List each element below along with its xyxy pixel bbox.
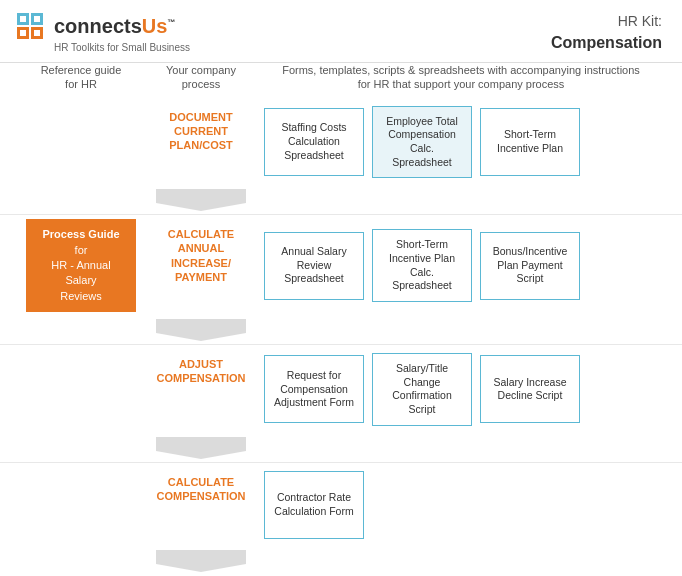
process-col-3: ADJUSTCOMPENSATION [146,345,256,434]
section-calc-annual: Process Guide forHR - Annual SalaryRevie… [0,214,682,316]
process-label-4: CALCULATECOMPENSATION [152,463,249,512]
form-contractor-rate[interactable]: Contractor RateCalculation Form [264,471,364,539]
divider-1 [0,186,682,214]
logo-tm: ™ [167,18,175,27]
divider-arrow-3 [146,437,256,459]
svg-rect-5 [34,16,40,22]
forms-col-3: Request forCompensationAdjustment Form S… [256,345,666,434]
svg-marker-11 [156,550,246,572]
col-label-process: Your companyprocess [146,63,256,92]
main-content: Reference guidefor HR Your companyproces… [0,63,682,575]
process-col-4: CALCULATECOMPENSATION [146,463,256,547]
divider-4 [0,547,682,575]
form-short-term-incentive-plan[interactable]: Short-TermIncentive Plan [480,108,580,176]
header: connectsUs™ HR Toolkits for Small Busine… [0,0,682,63]
logo-icon [16,12,48,40]
process-label-2: CALCULATEANNUAL INCREASE/PAYMENT [146,215,256,292]
col-label-ref: Reference guidefor HR [16,63,146,92]
divider-2 [0,316,682,344]
section-doc-current: DOCUMENT CURRENTPLAN/COST Staffing Costs… [0,98,682,187]
arrow-chevron-3 [156,437,246,459]
svg-rect-6 [20,30,26,36]
process-col-1: DOCUMENT CURRENTPLAN/COST [146,98,256,187]
section-calc-comp: CALCULATECOMPENSATION Contractor RateCal… [0,462,682,547]
form-salary-title-change[interactable]: Salary/TitleChange ConfirmationScript [372,353,472,426]
ref-col-3 [16,345,146,434]
form-annual-salary-review[interactable]: Annual SalaryReviewSpreadsheet [264,232,364,300]
forms-col-2: Annual SalaryReviewSpreadsheet Short-Ter… [256,215,666,316]
process-label-1: DOCUMENT CURRENTPLAN/COST [146,98,256,161]
arrow-chevron-1 [156,189,246,211]
logo-name: connectsUs™ [54,15,175,38]
logo-subtitle: HR Toolkits for Small Business [54,42,190,53]
form-bonus-incentive-script[interactable]: Bonus/IncentivePlan PaymentScript [480,232,580,300]
svg-marker-8 [156,189,246,211]
ref-col-4 [16,463,146,547]
form-staffing-costs[interactable]: Staffing CostsCalculationSpreadsheet [264,108,364,176]
divider-arrow-2 [146,319,256,341]
form-short-term-calc[interactable]: Short-TermIncentive PlanCalc. Spreadshee… [372,229,472,302]
svg-marker-10 [156,437,246,459]
form-request-comp-adjustment[interactable]: Request forCompensationAdjustment Form [264,355,364,423]
header-title: HR Kit: Compensation [551,12,662,54]
svg-rect-4 [20,16,26,22]
form-salary-increase-decline[interactable]: Salary IncreaseDecline Script [480,355,580,423]
process-label-3: ADJUSTCOMPENSATION [152,345,249,394]
logo-area: connectsUs™ HR Toolkits for Small Busine… [16,12,190,53]
col-label-forms: Forms, templates, scripts & spreadsheets… [256,63,666,92]
ref-col-1 [16,98,146,187]
kit-label: HR Kit: [618,13,662,29]
svg-rect-7 [34,30,40,36]
logo-top: connectsUs™ [16,12,190,40]
arrow-chevron-4 [156,550,246,572]
forms-col-4: Contractor RateCalculation Form [256,463,666,547]
ref-col-2: Process Guide forHR - Annual SalaryRevie… [16,215,146,316]
process-guide-box[interactable]: Process Guide forHR - Annual SalaryRevie… [26,219,136,312]
svg-marker-9 [156,319,246,341]
arrow-chevron-2 [156,319,246,341]
process-col-2: CALCULATEANNUAL INCREASE/PAYMENT [146,215,256,316]
forms-col-1: Staffing CostsCalculationSpreadsheet Emp… [256,98,666,187]
form-employee-total-comp[interactable]: Employee TotalCompensationCalc. Spreadsh… [372,106,472,179]
divider-arrow-4 [146,550,256,572]
column-labels: Reference guidefor HR Your companyproces… [0,63,682,92]
section-adjust-comp: ADJUSTCOMPENSATION Request forCompensati… [0,344,682,434]
kit-name: Compensation [551,34,662,51]
divider-arrow-1 [146,189,256,211]
divider-3 [0,434,682,462]
